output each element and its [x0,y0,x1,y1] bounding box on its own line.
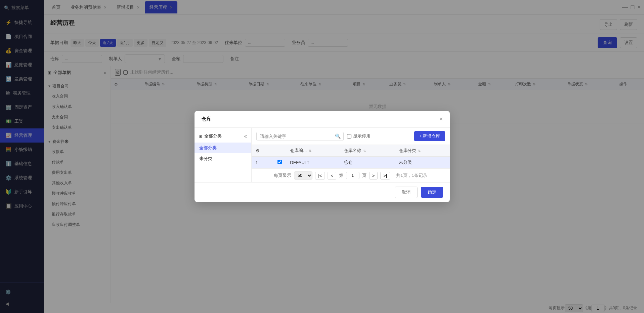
modal-page-suffix: 页 [362,172,367,179]
modal-table: ⚙ 仓库编... ⇅ 仓库名称 ⇅ 仓库分类 ⇅ 1 [252,145,450,168]
modal-body: ⊞ 全部分类 « 全部分类 未分类 🔍 [195,128,450,182]
warehouse-modal: 仓库 × ⊞ 全部分类 « 全部分类 未分类 [195,111,450,202]
modal-col-warehouse-category[interactable]: 仓库分类 ⇅ [395,145,450,157]
modal-header: 仓库 × [195,111,450,128]
modal-close-button[interactable]: × [439,116,443,123]
modal-next-page-btn[interactable]: > [369,172,378,180]
modal-row-checkbox[interactable] [277,160,282,164]
modal-title: 仓库 [201,116,211,122]
modal-page-label: 第 [339,172,343,179]
modal-col-warehouse-name[interactable]: 仓库名称 ⇅ [340,145,395,157]
modal-all-category-label: 全部分类 [204,133,222,139]
modal-row-code: DEFAULT [286,157,340,168]
modal-col-warehouse-code[interactable]: 仓库编... ⇅ [286,145,340,157]
modal-overlay[interactable]: 仓库 × ⊞ 全部分类 « 全部分类 未分类 [0,0,644,313]
modal-add-button[interactable]: + 新增仓库 [414,131,445,141]
modal-confirm-button[interactable]: 确定 [421,187,443,198]
modal-left-header: ⊞ 全部分类 « [195,131,251,143]
modal-show-disabled-text: 显示停用 [353,133,371,139]
modal-collapse-btn[interactable]: « [244,133,247,139]
modal-page-input[interactable] [346,172,359,179]
modal-table-row[interactable]: 1 DEFAULT 总仓 未分类 [252,157,450,168]
modal-page-size-label: 每页显示 [274,172,291,179]
modal-prev-page-btn[interactable]: < [328,172,336,180]
modal-right-panel: 🔍 显示停用 + 新增仓库 ⚙ [252,128,450,182]
modal-row-index: 1 [252,157,274,168]
modal-cat-uncategorized[interactable]: 未分类 [195,153,251,164]
modal-cat-all[interactable]: 全部分类 [195,143,251,153]
modal-footer-pagination: 每页显示 50 20 100 |< < 第 页 > >| 共1页，1条记录 [252,168,450,182]
modal-last-page-btn[interactable]: >| [380,172,390,180]
modal-toolbar: 🔍 显示停用 + 新增仓库 [252,128,450,145]
modal-left-panel: ⊞ 全部分类 « 全部分类 未分类 [195,128,252,182]
modal-col-checkbox [273,145,286,157]
modal-search-button[interactable]: 🔍 [332,132,343,140]
modal-page-size-select[interactable]: 50 20 100 [294,171,312,180]
modal-grid-icon: ⊞ [199,134,202,139]
modal-first-page-btn[interactable]: |< [315,172,325,180]
modal-show-disabled-label[interactable]: 显示停用 [347,133,371,139]
modal-cancel-button[interactable]: 取消 [395,187,418,198]
modal-table-wrap: ⚙ 仓库编... ⇅ 仓库名称 ⇅ 仓库分类 ⇅ 1 [252,145,450,168]
modal-row-checkbox-cell [273,157,286,168]
modal-action-footer: 取消 确定 [195,182,450,202]
modal-col-settings[interactable]: ⚙ [252,145,274,157]
modal-row-name: 总仓 [340,157,395,168]
modal-total-info: 共1页，1条记录 [396,172,427,179]
modal-search-wrap: 🔍 [256,132,344,141]
modal-show-disabled-checkbox[interactable] [347,134,351,139]
modal-search-input[interactable] [257,132,332,141]
modal-row-category: 未分类 [395,157,450,168]
